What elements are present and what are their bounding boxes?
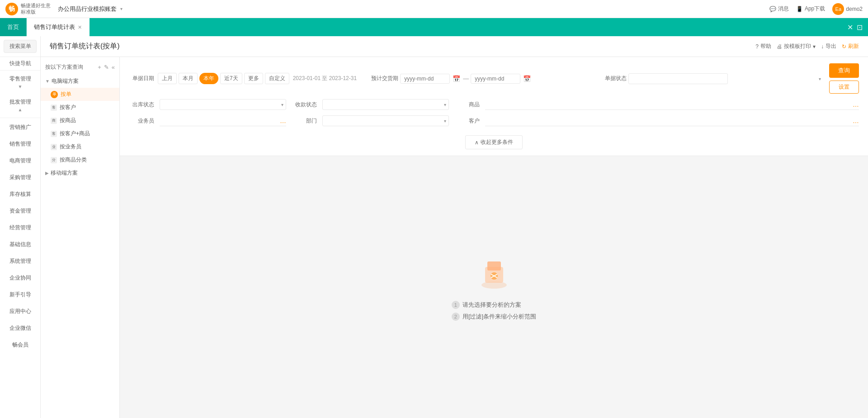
sidebar-item-retail[interactable]: 零售管理 ▼	[0, 71, 40, 94]
date-btn-more[interactable]: 更多	[244, 73, 263, 84]
empty-hints: 1 请先选择要分析的方案 2 用[过滤]条件来缩小分析范围	[452, 301, 536, 321]
collapse-more-button[interactable]: ∧ 收起更多条件	[465, 135, 523, 149]
tree-parent-pc[interactable]: ▼ 电脑端方案	[41, 75, 119, 88]
calendar-start-icon[interactable]: 📅	[452, 75, 461, 82]
sidebar-item-operations-label: 经营管理	[9, 224, 31, 232]
export-button[interactable]: ↓ 导出	[821, 43, 836, 50]
tree-child-by-salesperson[interactable]: 业 按业务员	[41, 140, 119, 153]
avatar: Ea	[832, 3, 844, 15]
customer-dots-btn[interactable]: …	[853, 117, 859, 124]
logo-area: 畅 畅捷通好生意标准版	[5, 3, 51, 15]
tree-child-by-customer[interactable]: 客 按客户	[41, 101, 119, 114]
by-order-icon: 单	[51, 91, 58, 98]
ship-status-select[interactable]	[160, 99, 286, 110]
calendar-end-icon[interactable]: 📅	[522, 75, 532, 82]
date-btn-7days[interactable]: 近7天	[220, 73, 242, 84]
edit-scheme-icon[interactable]: ✎	[104, 64, 109, 71]
template-print-button[interactable]: 🖨 按模板打印 ▾	[777, 43, 816, 50]
ship-status-wrap: ▾	[160, 99, 286, 110]
tab-close-action[interactable]: ✕	[847, 23, 853, 32]
wholesale-expand-icon: ▲	[18, 107, 23, 112]
content-wrapper: 按以下方案查询 + ✎ « ▼ 电脑端方案 单 按单	[41, 57, 868, 418]
collapse-panel-icon[interactable]: «	[112, 64, 115, 71]
sidebar-search-area: 搜索菜单	[0, 36, 40, 57]
goods-dots-btn[interactable]: …	[853, 101, 859, 108]
tree-child-by-customer-goods-label: 按客户+商品	[60, 130, 90, 138]
add-scheme-icon[interactable]: +	[98, 64, 101, 71]
sidebar-item-collaboration[interactable]: 企业协同	[0, 270, 40, 286]
sidebar-item-finance-label: 资金管理	[9, 207, 31, 215]
tab-home[interactable]: 首页	[0, 18, 27, 36]
salesperson-input-wrap: …	[160, 116, 286, 126]
sidebar-item-system[interactable]: 系统管理	[0, 253, 40, 270]
expected-date-start[interactable]	[400, 74, 450, 84]
sidebar-item-member-label: 畅会员	[12, 341, 28, 349]
tab-restore-action[interactable]: ⊡	[857, 23, 863, 32]
search-menu-button[interactable]: 搜索菜单	[4, 40, 37, 53]
export-label: 导出	[826, 43, 836, 50]
sidebar-item-sales[interactable]: 销售管理	[0, 136, 40, 152]
logo-icon: 畅	[5, 3, 18, 15]
sidebar-nav-button[interactable]: 快捷导航	[0, 57, 40, 71]
goods-input[interactable]	[485, 100, 851, 109]
app-download-icon: 📱	[796, 6, 803, 12]
sidebar-item-wholesale[interactable]: 批发管理 ▲	[0, 94, 40, 117]
by-goods-icon: 商	[51, 118, 57, 124]
message-icon: 💬	[769, 6, 776, 12]
salesperson-input[interactable]	[160, 116, 278, 126]
refresh-button[interactable]: ↻ 刷新	[842, 43, 859, 50]
by-customer-goods-icon: 客	[51, 131, 57, 137]
sidebar-item-ecommerce[interactable]: 电商管理	[0, 152, 40, 169]
dept-select[interactable]	[322, 115, 449, 126]
date-btn-this-year[interactable]: 本年	[199, 73, 218, 84]
customer-input[interactable]	[485, 116, 851, 126]
user-area[interactable]: Ea demo2	[832, 3, 863, 15]
sidebar-item-app-center[interactable]: 应用中心	[0, 303, 40, 320]
tree-section-pc: ▼ 电脑端方案 单 按单 客 按客户 商 按商品	[41, 75, 119, 166]
sidebar-item-marketing[interactable]: 营销推广	[0, 119, 40, 136]
sidebar-item-guide[interactable]: 新手引导	[0, 286, 40, 303]
tab-sales-stats[interactable]: 销售订单统计表 ✕	[27, 18, 90, 36]
sidebar-item-basic-info-label: 基础信息	[9, 241, 31, 248]
sidebar-item-basic-info[interactable]: 基础信息	[0, 236, 40, 253]
sidebar-item-enterprise-wechat[interactable]: 企业微信	[0, 320, 40, 337]
expected-date-end[interactable]	[471, 74, 520, 84]
sidebar-item-operations[interactable]: 经营管理	[0, 219, 40, 236]
doc-status-select[interactable]	[628, 73, 728, 84]
tab-close-icon[interactable]: ✕	[78, 24, 82, 30]
date-btn-custom[interactable]: 自定义	[265, 73, 289, 84]
tree-parent-mobile-label: 移动端方案	[51, 169, 78, 177]
sidebar-item-finance[interactable]: 资金管理	[0, 203, 40, 219]
tree-child-by-goods[interactable]: 商 按商品	[41, 114, 119, 127]
query-button[interactable]: 查询	[829, 63, 859, 78]
sidebar-item-enterprise-wechat-label: 企业微信	[9, 324, 31, 332]
date-label: 单据日期	[129, 75, 154, 82]
message-button[interactable]: 💬 消息	[769, 5, 789, 13]
app-download-button[interactable]: 📱 App下载	[796, 5, 825, 13]
help-button[interactable]: ? 帮助	[755, 43, 771, 50]
app-download-label: App下载	[805, 5, 825, 13]
sidebar-item-retail-label: 零售管理	[9, 75, 31, 83]
template-print-label: 按模板打印	[784, 43, 811, 50]
tree-child-by-category[interactable]: 分 按商品分类	[41, 153, 119, 166]
system-dropdown-icon[interactable]: ▾	[120, 6, 123, 11]
tree-parent-mobile[interactable]: ▶ 移动端方案	[41, 166, 119, 180]
collect-status-select[interactable]	[322, 99, 449, 110]
settings-button[interactable]: 设置	[829, 81, 859, 94]
sidebar-item-guide-label: 新手引导	[9, 291, 31, 299]
tree-section-mobile: ▶ 移动端方案	[41, 166, 119, 180]
salesperson-dots-btn[interactable]: …	[280, 117, 286, 124]
tree-child-by-order-label: 按单	[61, 90, 71, 98]
tree-parent-label: 电脑端方案	[52, 77, 79, 85]
sidebar-item-purchase[interactable]: 采购管理	[0, 169, 40, 186]
date-btn-this-month[interactable]: 本月	[179, 73, 198, 84]
tree-child-by-customer-goods[interactable]: 客 按客户+商品	[41, 127, 119, 140]
filter-row-date: 单据日期 上月 本月 本年 近7天 更多 自定义 2023-01-01 至 20…	[129, 63, 859, 94]
sidebar-item-member[interactable]: 畅会员	[0, 337, 40, 353]
sidebar-item-inventory[interactable]: 库存核算	[0, 186, 40, 203]
refresh-icon: ↻	[842, 43, 846, 50]
date-btn-last-month[interactable]: 上月	[158, 73, 177, 84]
tree-child-by-order[interactable]: 单 按单	[41, 88, 119, 101]
tree-child-by-customer-label: 按客户	[60, 104, 76, 111]
customer-label: 客户	[454, 117, 480, 125]
